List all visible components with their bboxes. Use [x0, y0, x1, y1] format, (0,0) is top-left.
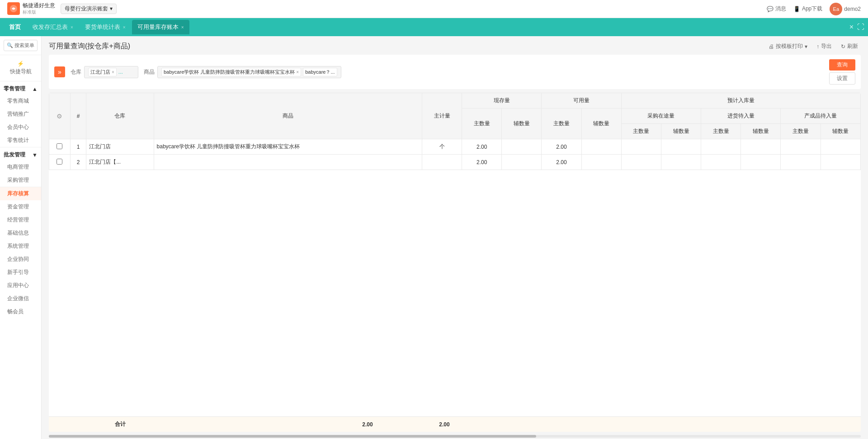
app-download-btn[interactable]: 📱 App下载	[793, 5, 822, 13]
nav-tabs: 首页 收发存汇总表 × 要货单统计表 × 可用量库存账本 × × ⛶	[0, 18, 868, 36]
cell-incoming-main	[701, 155, 741, 170]
cell-check[interactable]	[49, 155, 71, 170]
cell-available-aux	[581, 139, 621, 155]
cell-incoming-main	[701, 139, 741, 155]
th-available-aux: 辅数量	[581, 109, 621, 139]
sidebar-item-quick-nav[interactable]: ⚡ 快捷导航	[0, 57, 41, 79]
user-area[interactable]: Ea demo2	[830, 3, 861, 15]
product-input[interactable]: babycare学饮杯 儿童防摔防撞吸管杯重力球吸嘴杯宝宝水杯 × babyca…	[157, 66, 341, 78]
sidebar-item-ecommerce[interactable]: 电商管理	[0, 160, 41, 174]
cell-unit	[422, 155, 462, 170]
cell-available-main: 2.00	[542, 155, 581, 170]
filter-expand-btn[interactable]: »	[54, 66, 65, 77]
sidebar-item-enterprise[interactable]: 企业协同	[0, 253, 41, 266]
export-icon: ↑	[816, 43, 819, 50]
row-checkbox[interactable]	[57, 159, 62, 165]
gear-icon[interactable]: ⚙	[57, 113, 62, 120]
product-tag1-close[interactable]: ×	[296, 70, 299, 75]
message-label: 消息	[775, 5, 786, 13]
tab-available-stock-close[interactable]: ×	[181, 25, 184, 30]
data-table: ⚙ # 仓库 商品 主计量 现存量 可用量 预计入库量 主数量 辅	[49, 93, 861, 170]
sidebar-item-purchase[interactable]: 采购管理	[0, 174, 41, 187]
chevron-down-icon: ▾	[110, 5, 113, 12]
th-purchase-aux: 辅数量	[661, 124, 701, 139]
cell-warehouse: 江北门店	[86, 139, 154, 155]
template-print-btn[interactable]: 🖨 按模板打印 ▾	[766, 42, 810, 51]
footer-available-main: 2.00	[424, 421, 465, 428]
sidebar-section-retail: 零售管理 ▲ 零售商城 营销推广 会员中心 零售统计	[0, 81, 41, 147]
cell-check[interactable]	[49, 139, 71, 155]
export-btn[interactable]: ↑ 导出	[814, 42, 835, 51]
warehouse-tag-close[interactable]: ×	[112, 70, 114, 75]
sidebar-item-inventory[interactable]: 库存核算	[0, 187, 41, 200]
warehouse-more-btn[interactable]: ...	[118, 69, 123, 75]
tab-order-stats-close[interactable]: ×	[123, 25, 126, 30]
sidebar-item-app-center[interactable]: 应用中心	[0, 279, 41, 292]
tab-receive-send[interactable]: 收发存汇总表 ×	[27, 20, 79, 34]
sidebar-item-wechat[interactable]: 企业微信	[0, 292, 41, 305]
logo-text-area: 畅捷通好生意 标准版	[23, 2, 55, 15]
sidebar-item-retail-mall[interactable]: 零售商城	[0, 94, 41, 108]
sidebar-item-marketing[interactable]: 营销推广	[0, 108, 41, 121]
sidebar-retail-label: 零售管理	[4, 85, 25, 93]
cell-purchase-aux	[661, 139, 701, 155]
th-stock-aux: 辅数量	[502, 109, 542, 139]
th-purchase-main: 主数量	[621, 124, 661, 139]
sidebar-item-basic-info[interactable]: 基础信息	[0, 227, 41, 240]
industry-selector[interactable]: 母婴行业演示账套 ▾	[61, 4, 117, 14]
industry-label: 母婴行业演示账套	[65, 5, 108, 13]
tab-order-stats-label: 要货单统计表	[85, 23, 120, 31]
product-tag2: babycare？...	[303, 68, 337, 76]
tab-receive-send-label: 收发存汇总表	[33, 23, 68, 31]
sidebar-item-member[interactable]: 畅会员	[0, 305, 41, 318]
tab-available-stock[interactable]: 可用量库存账本 ×	[132, 20, 189, 34]
cell-available-main: 2.00	[542, 139, 581, 155]
table-body: 1 江北门店 babycare学饮杯 儿童防摔防撞吸管杯重力球吸嘴杯宝宝水杯 个…	[49, 139, 861, 170]
top-bar-right: 💬 消息 📱 App下载 Ea demo2	[767, 3, 861, 15]
th-stock-main: 主数量	[462, 109, 502, 139]
table-row[interactable]: 1 江北门店 babycare学饮杯 儿童防摔防撞吸管杯重力球吸嘴杯宝宝水杯 个…	[49, 139, 861, 155]
cell-incoming-aux	[741, 139, 781, 155]
close-window-btn[interactable]: ×	[849, 23, 854, 31]
sidebar-item-retail-stats[interactable]: 零售统计	[0, 134, 41, 147]
sidebar-wholesale-label: 批发管理	[4, 151, 25, 159]
sidebar-wholesale-header[interactable]: 批发管理 ▼	[0, 147, 41, 160]
cell-incoming-aux	[741, 155, 781, 170]
top-bar: 畅捷通好生意 标准版 母婴行业演示账套 ▾ 💬 消息 📱 App下载 Ea de…	[0, 0, 868, 18]
cell-warehouse: 江北门店【...	[86, 155, 154, 170]
message-btn[interactable]: 💬 消息	[767, 5, 786, 13]
fullscreen-btn[interactable]: ⛶	[857, 23, 864, 31]
warehouse-input[interactable]: 江北门店 × ...	[84, 66, 138, 78]
th-incoming-aux: 辅数量	[741, 124, 781, 139]
quick-nav-icon: ⚡	[17, 61, 24, 67]
settings-btn[interactable]: 设置	[829, 72, 855, 85]
scroll-track[interactable]	[49, 435, 861, 438]
app-icon: 📱	[793, 6, 800, 12]
query-btn[interactable]: 查询	[829, 59, 855, 71]
tab-order-stats[interactable]: 要货单统计表 ×	[80, 20, 131, 34]
refresh-btn[interactable]: ↻ 刷新	[838, 42, 861, 51]
row-checkbox[interactable]	[57, 143, 62, 149]
quick-nav-label: 快捷导航	[10, 68, 32, 76]
page-title: 可用量查询(按仓库+商品)	[49, 42, 130, 51]
sidebar-item-system[interactable]: 系统管理	[0, 240, 41, 253]
table-wrapper[interactable]: ⚙ # 仓库 商品 主计量 现存量 可用量 预计入库量 主数量 辅	[49, 93, 861, 416]
sidebar-item-operations[interactable]: 经营管理	[0, 213, 41, 227]
cell-stock-main: 2.00	[462, 139, 502, 155]
sidebar: 🔍 搜索菜单 ⚡ 快捷导航 零售管理 ▲ 零售商城 营销推广 会员中心 零售统计…	[0, 36, 42, 439]
sidebar-item-finance[interactable]: 资金管理	[0, 200, 41, 213]
app-label: App下载	[802, 5, 822, 13]
th-warehouse: 仓库	[86, 93, 154, 139]
cell-index: 1	[70, 139, 86, 155]
sidebar-retail-header[interactable]: 零售管理 ▲	[0, 81, 41, 94]
cell-production-aux	[821, 139, 860, 155]
avatar: Ea	[830, 3, 842, 15]
cell-production-main	[781, 139, 821, 155]
sidebar-search-btn[interactable]: 🔍 搜索菜单	[4, 40, 38, 51]
tab-receive-send-close[interactable]: ×	[71, 25, 73, 30]
sidebar-item-member-center[interactable]: 会员中心	[0, 121, 41, 134]
th-unit: 主计量	[422, 93, 462, 139]
tab-home[interactable]: 首页	[4, 20, 26, 34]
table-row[interactable]: 2 江北门店【... 2.00 2.00	[49, 155, 861, 170]
sidebar-item-newbie[interactable]: 新手引导	[0, 266, 41, 279]
